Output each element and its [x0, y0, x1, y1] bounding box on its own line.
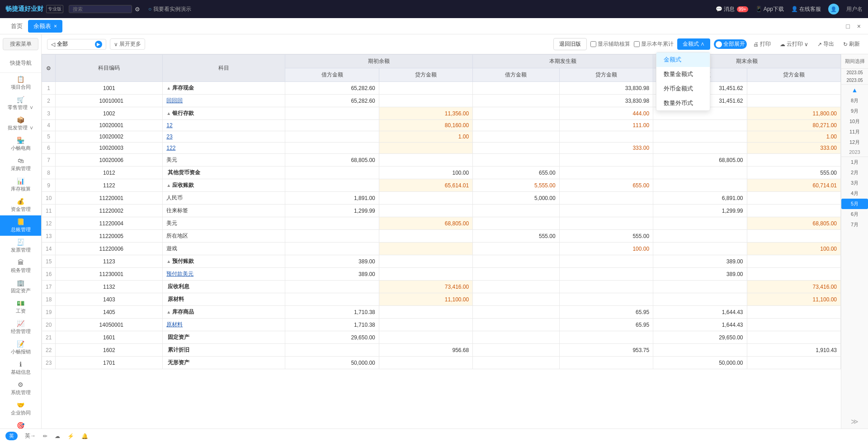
expand-all-toggle[interactable]: 全部展开: [714, 39, 747, 49]
restore-btn[interactable]: □: [844, 22, 851, 31]
show-aux-input[interactable]: [590, 41, 596, 47]
demo-link[interactable]: ○ 我要看实例演示: [148, 5, 191, 13]
open-debit-cell: 389.00: [285, 268, 379, 281]
account-name-text[interactable]: 23: [166, 133, 172, 140]
mode-btn[interactable]: 金额式 ∧: [677, 38, 710, 50]
show-year-total-checkbox[interactable]: 显示本年累计: [634, 40, 674, 48]
sidebar-item-资金管理[interactable]: 💰资金管理: [0, 195, 41, 215]
sidebar-item-小畅报销[interactable]: 📝小畅报销: [0, 338, 41, 358]
open-credit-cell: 956.68: [379, 344, 472, 357]
tab-close-btn[interactable]: ×: [54, 23, 57, 29]
tab-balance-sheet[interactable]: 余额表 ×: [28, 20, 62, 33]
search-input[interactable]: [69, 5, 132, 13]
expand-triangle[interactable]: ▲: [166, 111, 171, 116]
account-code-cell: 1132: [56, 281, 163, 293]
col-settings-header[interactable]: ⚙: [42, 55, 56, 82]
right-panel-title[interactable]: 期间选择: [841, 54, 868, 69]
panel-month-10月[interactable]: 10月: [841, 116, 868, 127]
dropdown-item-金额式[interactable]: 金额式: [656, 52, 710, 67]
toggle-label: 全部展开: [723, 40, 745, 48]
panel-month-2月[interactable]: 2月: [841, 167, 868, 178]
expand-triangle[interactable]: ▲: [166, 310, 171, 314]
back-old-version-btn[interactable]: 退回旧版: [553, 38, 587, 50]
settings-icon[interactable]: ⚙: [135, 6, 140, 13]
account-name-text[interactable]: 原材料: [166, 321, 183, 328]
sidebar-item-系统管理[interactable]: ⚙系统管理: [0, 378, 41, 399]
sidebar-item-quick-nav[interactable]: 快捷导航: [0, 57, 41, 70]
sidebar-item-项目合同[interactable]: 📋项目合同: [0, 73, 41, 93]
bottom-edit-btn[interactable]: ✏: [43, 433, 47, 439]
tab-bar-right: □ ×: [844, 22, 863, 31]
dropdown-item-数量外币式[interactable]: 数量外币式: [656, 96, 710, 110]
print-btn[interactable]: 🖨 打印: [750, 38, 774, 50]
table-row: 23 1701 无形资产 50,000.00 50,000.00: [42, 357, 841, 369]
panel-month-5月[interactable]: 5月: [841, 199, 868, 209]
panel-up-arrow[interactable]: ▲: [841, 85, 868, 95]
sidebar-search-btn[interactable]: 搜索菜单: [3, 38, 38, 50]
account-name-text[interactable]: 回回回: [166, 97, 183, 104]
dropdown-item-数量金额式[interactable]: 数量金额式: [656, 67, 710, 81]
panel-collapse-btn[interactable]: ≫: [841, 414, 868, 429]
bottom-lightning-btn[interactable]: ⚡: [67, 433, 74, 439]
sidebar-item-采购管理[interactable]: 🛍采购管理: [0, 154, 41, 175]
close-window-btn[interactable]: ×: [855, 22, 863, 31]
message-icon: 💬: [716, 6, 722, 12]
app-download-btn[interactable]: 📱 App下载: [755, 5, 784, 13]
panel-month-4月[interactable]: 4月: [841, 188, 868, 199]
expand-more-btn[interactable]: ∨ 展开更多: [110, 38, 145, 50]
online-service-btn[interactable]: 👤 在线客服: [791, 5, 821, 13]
account-name-cell: 12: [163, 120, 285, 131]
account-code-cell: 10020006: [56, 154, 163, 167]
open-debit-cell: 65,282.60: [285, 95, 379, 107]
panel-month-9月[interactable]: 9月: [841, 106, 868, 116]
sidebar-item-发票管理[interactable]: 🧾发票管理: [0, 236, 41, 256]
account-name-text[interactable]: 预付款美元: [166, 271, 193, 277]
sidebar-label: 小畅报销: [11, 348, 31, 355]
show-aux-checkbox[interactable]: 显示辅助核算: [590, 40, 630, 48]
sidebar-item-工资[interactable]: 💵工资: [0, 297, 41, 317]
table-container[interactable]: ⚙ 科目编码 科目 期初余额 本期发生额 期末余额 借方金额 贷方金额 借方金额…: [42, 54, 841, 429]
filter-input[interactable]: [57, 41, 93, 48]
cloud-print-btn[interactable]: ☁ 云打印 ∨: [777, 38, 811, 50]
avatar[interactable]: 👤: [828, 4, 839, 14]
panel-month-1月[interactable]: 1月: [841, 157, 868, 167]
bottom-notification-btn[interactable]: 🔔: [81, 433, 88, 439]
expand-triangle[interactable]: ▲: [166, 183, 171, 188]
panel-month-12月[interactable]: 12月: [841, 137, 868, 148]
sidebar-item-总账管理[interactable]: 📒总账管理: [0, 215, 41, 236]
sidebar-item-批发管理[interactable]: 📦批发管理 ∨: [0, 114, 41, 134]
show-year-total-input[interactable]: [634, 41, 640, 47]
sidebar-item-固定资产[interactable]: 🏢固定资产: [0, 276, 41, 297]
sidebar-item-小畅电商[interactable]: 🏪小畅电商: [0, 134, 41, 154]
account-name-text[interactable]: 12: [166, 122, 172, 129]
sidebar-item-企业协同[interactable]: 🤝企业协同: [0, 399, 41, 419]
expand-triangle[interactable]: ▲: [166, 86, 171, 91]
panel-month-7月[interactable]: 7月: [841, 219, 868, 230]
bottom-translate-btn[interactable]: 英→: [25, 432, 36, 440]
lang-btn[interactable]: 英: [5, 432, 18, 440]
account-name-text[interactable]: 122: [166, 145, 175, 151]
tab-home[interactable]: 首页: [5, 19, 28, 33]
sidebar-item-零售管理[interactable]: 🛒零售管理 ∨: [0, 93, 41, 114]
message-btn[interactable]: 💬 消息 99+: [716, 5, 748, 13]
sidebar-item-税务管理[interactable]: 🏛税务管理: [0, 256, 41, 276]
filter-arrow-btn[interactable]: ▶: [95, 41, 102, 48]
panel-month-3月[interactable]: 3月: [841, 178, 868, 188]
panel-month-6月[interactable]: 6月: [841, 209, 868, 219]
bottom-cloud-btn[interactable]: ☁: [55, 433, 60, 439]
sidebar-item-经营管理[interactable]: 📈经营管理: [0, 317, 41, 338]
occ-debit-cell: [473, 331, 560, 344]
sidebar-item-基础信息[interactable]: ℹ基础信息: [0, 358, 41, 378]
expand-triangle[interactable]: ▲: [166, 259, 171, 264]
close-credit-cell: [747, 306, 840, 319]
close-credit-cell: [747, 82, 840, 95]
refresh-btn[interactable]: ↻ 刷新: [840, 38, 863, 50]
sidebar-item-库存核算[interactable]: 📊库存核算: [0, 175, 41, 195]
dropdown-item-外币金额式[interactable]: 外币金额式: [656, 81, 710, 96]
sidebar-icon: 🧾: [17, 238, 24, 246]
filter-all-container[interactable]: ◁ ▶: [47, 39, 106, 50]
panel-month-8月[interactable]: 8月: [841, 95, 868, 106]
export-btn[interactable]: ↗ 导出: [815, 38, 837, 50]
sidebar-item-新手引导[interactable]: 🎯新手引导: [0, 419, 41, 429]
panel-month-11月[interactable]: 11月: [841, 127, 868, 137]
